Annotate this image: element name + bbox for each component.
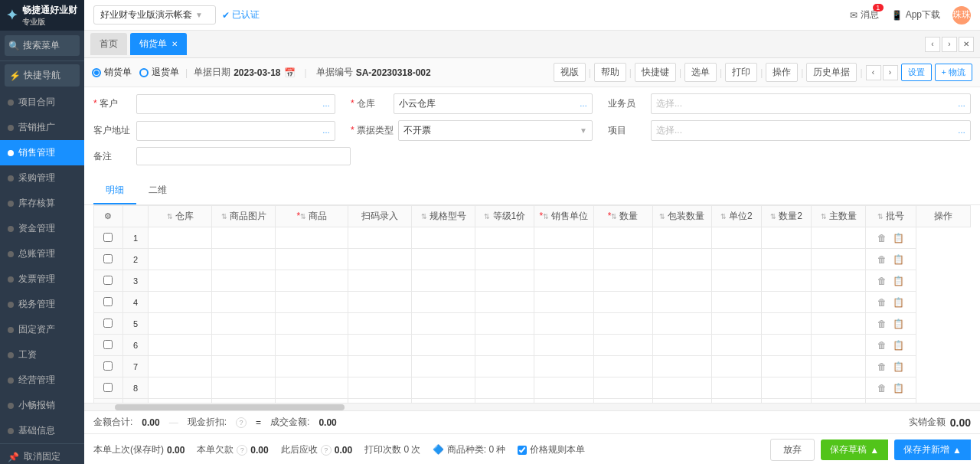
sidebar-cancel-pin[interactable]: 📌 取消固定 — [0, 444, 84, 464]
settings-btn[interactable]: 设置 — [901, 64, 932, 81]
table-cell[interactable] — [711, 270, 761, 292]
sidebar-item-工资[interactable]: 工资 — [0, 342, 84, 368]
print-btn[interactable]: 打印 — [725, 63, 757, 82]
tab-sales-order[interactable]: 销货单 ✕ — [130, 33, 187, 55]
row-delete-btn[interactable]: 🗑 — [876, 361, 888, 372]
table-cell[interactable] — [149, 377, 212, 399]
table-cell[interactable] — [149, 270, 212, 292]
history-btn[interactable]: 历史单据 — [806, 63, 857, 82]
table-cell[interactable] — [652, 335, 711, 356]
table-cell[interactable] — [348, 270, 412, 292]
quick-nav-button[interactable]: ⚡ 快捷导航 — [5, 64, 80, 87]
row-checkbox-cell[interactable] — [94, 249, 123, 270]
table-cell[interactable] — [475, 356, 534, 377]
table-cell[interactable] — [593, 356, 652, 377]
table-cell[interactable] — [212, 292, 276, 313]
row-checkbox[interactable] — [103, 361, 113, 371]
user-avatar[interactable]: 珠珠 — [952, 6, 971, 25]
row-delete-btn[interactable]: 🗑 — [876, 319, 888, 329]
address-input[interactable]: … — [136, 121, 335, 141]
operation-btn[interactable]: 操作 — [766, 63, 798, 82]
table-cell[interactable] — [593, 270, 652, 292]
table-cell[interactable] — [593, 292, 652, 313]
sidebar-item-基础信息[interactable]: 基础信息 — [0, 418, 84, 443]
table-cell[interactable] — [276, 335, 348, 356]
table-cell[interactable] — [348, 227, 412, 249]
radio-sales[interactable]: 销货单 — [92, 66, 132, 79]
table-cell[interactable] — [534, 227, 593, 249]
table-cell[interactable] — [711, 249, 761, 270]
logistics-btn[interactable]: + 物流 — [935, 64, 972, 81]
table-cell[interactable] — [412, 270, 475, 292]
table-cell[interactable] — [761, 270, 811, 292]
table-cell[interactable] — [475, 292, 534, 313]
row-checkbox-cell[interactable] — [94, 335, 123, 356]
table-cell[interactable] — [475, 377, 534, 399]
shortcut-btn[interactable]: 快捷键 — [635, 63, 676, 82]
price-check-checkbox[interactable] — [518, 446, 527, 455]
table-cell[interactable] — [711, 292, 761, 313]
table-cell[interactable] — [212, 249, 276, 270]
discard-button[interactable]: 放弃 — [770, 439, 815, 461]
invoice-input[interactable]: 不开票 ▼ — [398, 120, 593, 141]
table-cell[interactable] — [761, 249, 811, 270]
row-copy-btn[interactable]: 📋 — [891, 276, 906, 286]
calendar-icon[interactable]: 📅 — [284, 67, 296, 78]
table-cell[interactable] — [348, 356, 412, 377]
table-cell[interactable] — [711, 227, 761, 249]
table-cell[interactable] — [212, 313, 276, 335]
sidebar-item-固定资产[interactable]: 固定资产 — [0, 317, 84, 342]
table-cell[interactable] — [475, 313, 534, 335]
table-scrollbar[interactable] — [84, 403, 980, 410]
price-check-label[interactable]: 价格规则本单 — [518, 443, 585, 456]
sidebar-item-经营管理[interactable]: 经营管理 — [0, 368, 84, 393]
save-new-button[interactable]: 保存并新增 ▲ — [894, 439, 971, 460]
table-cell[interactable] — [276, 227, 348, 249]
table-cell[interactable] — [149, 292, 212, 313]
table-cell[interactable] — [652, 313, 711, 335]
row-copy-btn[interactable]: 📋 — [891, 254, 906, 265]
row-copy-btn[interactable]: 📋 — [891, 340, 906, 351]
project-more-btn[interactable]: … — [958, 126, 965, 135]
table-cell[interactable] — [412, 356, 475, 377]
address-more-btn[interactable]: … — [322, 126, 330, 135]
table-cell[interactable] — [812, 313, 866, 335]
select-btn[interactable]: 选单 — [684, 63, 717, 82]
sidebar-item-税务管理[interactable]: 税务管理 — [0, 292, 84, 317]
table-cell[interactable] — [812, 227, 866, 249]
customer-more-btn[interactable]: … — [322, 100, 330, 108]
row-checkbox[interactable] — [103, 254, 113, 263]
table-cell[interactable] — [812, 335, 866, 356]
row-checkbox[interactable] — [103, 319, 113, 328]
remark-input[interactable] — [136, 147, 351, 165]
radio-return[interactable]: 退货单 — [139, 66, 179, 79]
table-cell[interactable] — [652, 356, 711, 377]
sidebar-item-库存核算[interactable]: 库存核算 — [0, 191, 84, 216]
save-draft-button[interactable]: 保存草稿 ▲ — [821, 439, 888, 460]
row-checkbox[interactable] — [103, 276, 113, 285]
row-checkbox-cell[interactable] — [94, 377, 123, 399]
table-cell[interactable] — [652, 292, 711, 313]
table-cell[interactable] — [593, 313, 652, 335]
row-copy-btn[interactable]: 📋 — [891, 319, 906, 329]
table-cell[interactable] — [711, 377, 761, 399]
row-delete-btn[interactable]: 🗑 — [876, 340, 888, 351]
table-cell[interactable] — [149, 313, 212, 335]
table-cell[interactable] — [652, 249, 711, 270]
search-menu-button[interactable]: 🔍 搜索菜单 — [5, 35, 80, 56]
table-cell[interactable] — [212, 270, 276, 292]
table-cell[interactable] — [412, 249, 475, 270]
sidebar-item-项目合同[interactable]: 项目合同 — [0, 90, 84, 115]
table-cell[interactable] — [149, 249, 212, 270]
table-cell[interactable] — [711, 335, 761, 356]
table-cell[interactable] — [812, 270, 866, 292]
table-cell[interactable] — [593, 377, 652, 399]
table-cell[interactable] — [761, 227, 811, 249]
table-cell[interactable] — [812, 292, 866, 313]
table-cell[interactable] — [812, 249, 866, 270]
message-button[interactable]: ✉ 消息 1 — [850, 8, 879, 21]
sidebar-item-发票管理[interactable]: 发票管理 — [0, 266, 84, 292]
table-cell[interactable] — [475, 249, 534, 270]
row-copy-btn[interactable]: 📋 — [891, 383, 906, 394]
th-settings[interactable]: ⚙ — [94, 206, 123, 227]
